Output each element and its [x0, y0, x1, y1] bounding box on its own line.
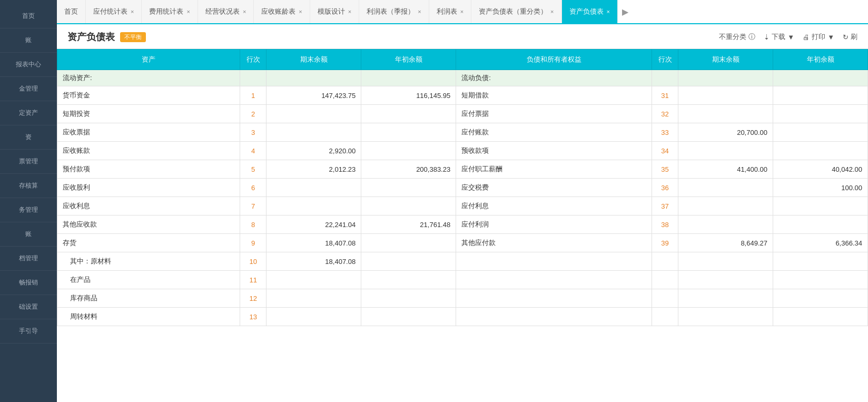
right-item: 应付利息 — [456, 197, 652, 215]
header-actions: 不重分类 ⓘ ⇣ 下载 ▼ 🖨 打印 ▼ ↻ 刷 — [719, 32, 857, 42]
classification-btn[interactable]: 不重分类 ⓘ — [719, 32, 755, 42]
sidebar-item-guide[interactable]: 手引导 — [0, 319, 57, 344]
tab-利润表季报[interactable]: 利润表（季报）× — [359, 0, 429, 23]
tab-资产负债表[interactable]: 资产负债表× — [562, 0, 618, 23]
left-end-balance — [267, 308, 361, 326]
right-end-balance — [678, 215, 773, 234]
right-item: 应交税费 — [456, 179, 652, 197]
left-item: 库存商品 — [57, 289, 240, 308]
table-row: 流动资产:流动负债: — [57, 70, 868, 86]
refresh-btn[interactable]: ↻ 刷 — [843, 32, 857, 42]
sidebar-item-inventory[interactable]: 存核算 — [0, 174, 57, 198]
left-row-num: 10 — [240, 252, 267, 271]
page-title: 资产负债表 — [67, 31, 115, 43]
tab-bar: 首页应付统计表×费用统计表×经营状况表×应收账龄表×模版设计×利润表（季报）×利… — [57, 0, 868, 24]
table-row: 在产品11 — [57, 271, 868, 289]
left-end-balance: 2,012.23 — [267, 160, 361, 179]
tab-close-icon[interactable]: × — [550, 8, 554, 15]
left-begin-balance — [361, 197, 456, 215]
left-item: 存货 — [57, 234, 240, 252]
sidebar-item-resource[interactable]: 资 — [0, 125, 57, 150]
right-row-num: 36 — [652, 179, 678, 197]
sidebar-item-archive-mgmt[interactable]: 档管理 — [0, 247, 57, 271]
tab-首页[interactable]: 首页 — [57, 0, 86, 23]
sidebar-item-fund-mgmt[interactable]: 金管理 — [0, 77, 57, 101]
balance-sheet-table: 资产行次期末余额年初余额负债和所有者权益行次期末余额年初余额 流动资产:流动负债… — [57, 49, 868, 326]
sidebar-item-ledger[interactable]: 账 — [0, 222, 57, 247]
unbalanced-badge: 不平衡 — [120, 32, 146, 42]
left-row-num: 13 — [240, 308, 267, 326]
tab-close-icon[interactable]: × — [348, 8, 351, 15]
tab-close-icon[interactable]: × — [186, 8, 190, 15]
right-item — [456, 308, 652, 326]
right-row-num — [652, 308, 678, 326]
sidebar-item-invoice-mgmt[interactable]: 票管理 — [0, 150, 57, 174]
print-arrow-icon: ▼ — [827, 33, 834, 41]
left-row-num: 12 — [240, 289, 267, 308]
print-icon: 🖨 — [803, 33, 810, 41]
tab-资产负债表重分类[interactable]: 资产负债表（重分类）× — [471, 0, 561, 23]
page-header: 资产负债表 不平衡 不重分类 ⓘ ⇣ 下载 ▼ 🖨 打印 ▼ ↻ 刷 — [57, 24, 868, 49]
right-row-num: 33 — [652, 123, 678, 142]
right-end-balance — [678, 142, 773, 160]
tab-close-icon[interactable]: × — [243, 8, 246, 15]
tab-close-icon[interactable]: × — [131, 8, 134, 15]
left-item: 在产品 — [57, 271, 240, 289]
section-cell-7 — [773, 70, 868, 86]
tab-费用统计表[interactable]: 费用统计表× — [142, 0, 198, 23]
tab-利润表[interactable]: 利润表× — [429, 0, 471, 23]
section-cell-2 — [267, 70, 361, 86]
right-row-num: 35 — [652, 160, 678, 179]
table-col-2: 期末余额 — [267, 50, 361, 70]
download-btn[interactable]: ⇣ 下载 ▼ — [764, 32, 794, 42]
tab-应付统计表[interactable]: 应付统计表× — [86, 0, 142, 23]
tab-scroll-arrow[interactable]: ▶ — [618, 0, 633, 23]
left-end-balance — [267, 105, 361, 123]
right-row-num: 37 — [652, 197, 678, 215]
right-begin-balance — [773, 197, 868, 215]
sidebar-item-home[interactable]: 首页 — [0, 4, 57, 28]
right-end-balance — [678, 179, 773, 197]
right-item — [456, 252, 652, 271]
right-row-num — [652, 252, 678, 271]
tab-close-icon[interactable]: × — [299, 8, 302, 15]
print-btn[interactable]: 🖨 打印 ▼ — [803, 32, 834, 42]
section-cell-5 — [652, 70, 678, 86]
right-end-balance — [678, 252, 773, 271]
right-row-num: 39 — [652, 234, 678, 252]
tab-模版设计[interactable]: 模版设计× — [310, 0, 359, 23]
left-begin-balance — [361, 179, 456, 197]
sidebar-item-expense[interactable]: 畅报销 — [0, 271, 57, 295]
left-begin-balance — [361, 123, 456, 142]
right-item — [456, 271, 652, 289]
right-begin-balance — [773, 105, 868, 123]
table-row: 应收股利6应交税费36100.00 — [57, 179, 868, 197]
left-item: 其他应收款 — [57, 215, 240, 234]
right-begin-balance — [773, 271, 868, 289]
table-row: 应收利息7应付利息37 — [57, 197, 868, 215]
left-item: 应收票据 — [57, 123, 240, 142]
tab-close-icon[interactable]: × — [418, 8, 421, 15]
left-end-balance: 147,423.75 — [267, 86, 361, 105]
download-arrow-icon: ▼ — [787, 33, 794, 41]
right-item: 应付票据 — [456, 105, 652, 123]
sidebar-item-report-center[interactable]: 报表中心 — [0, 53, 57, 77]
right-item — [456, 289, 652, 308]
table-row: 短期投资2应付票据32 — [57, 105, 868, 123]
right-begin-balance: 100.00 — [773, 179, 868, 197]
sidebar-item-basic-settings[interactable]: 础设置 — [0, 295, 57, 319]
tab-应收账龄表[interactable]: 应收账龄表× — [254, 0, 310, 23]
tab-close-icon[interactable]: × — [460, 8, 463, 15]
right-begin-balance — [773, 289, 868, 308]
sidebar-item-account[interactable]: 账 — [0, 28, 57, 53]
sidebar-item-fixed-assets[interactable]: 定资产 — [0, 101, 57, 125]
left-item: 短期投资 — [57, 105, 240, 123]
right-item: 预收款项 — [456, 142, 652, 160]
right-end-balance — [678, 105, 773, 123]
table-col-0: 资产 — [57, 50, 240, 70]
table-header-row: 资产行次期末余额年初余额负债和所有者权益行次期末余额年初余额 — [57, 50, 868, 70]
tab-经营状况表[interactable]: 经营状况表× — [198, 0, 254, 23]
right-end-balance: 8,649.27 — [678, 234, 773, 252]
sidebar-item-affairs-mgmt[interactable]: 务管理 — [0, 198, 57, 222]
tab-close-icon[interactable]: × — [607, 8, 610, 15]
